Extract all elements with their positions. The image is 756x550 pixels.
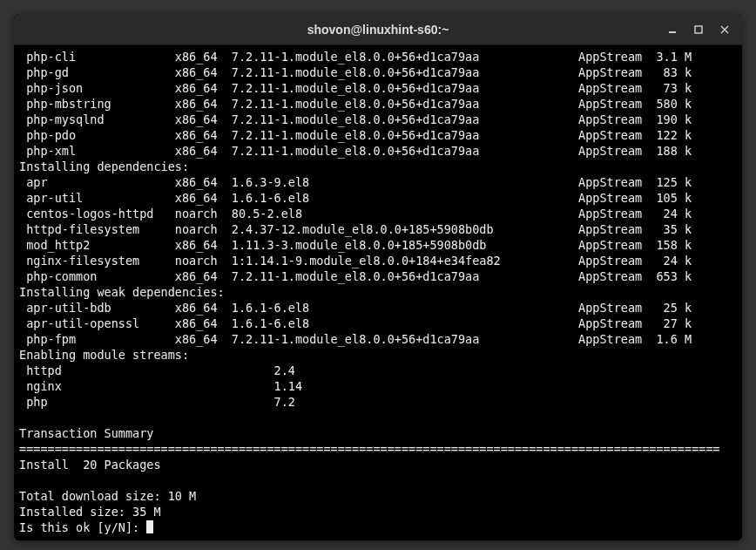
prompt-text: Is this ok [y/N]: — [19, 520, 146, 534]
maximize-button[interactable] — [686, 18, 711, 41]
terminal-output[interactable]: php-cli x86_64 7.2.11-1.module_el8.0.0+5… — [14, 45, 742, 540]
maximize-icon — [694, 25, 703, 34]
svg-rect-1 — [695, 26, 702, 33]
window-controls — [660, 18, 737, 41]
titlebar: shovon@linuxhint-s60:~ — [14, 14, 742, 45]
terminal-window: shovon@linuxhint-s60:~ php-cli x86_64 7.… — [14, 14, 742, 540]
close-icon — [720, 25, 729, 34]
close-button[interactable] — [712, 18, 737, 41]
svg-rect-0 — [669, 31, 676, 33]
cursor — [146, 520, 153, 533]
minimize-icon — [668, 25, 677, 34]
window-title: shovon@linuxhint-s60:~ — [14, 23, 742, 37]
minimize-button[interactable] — [660, 18, 685, 41]
